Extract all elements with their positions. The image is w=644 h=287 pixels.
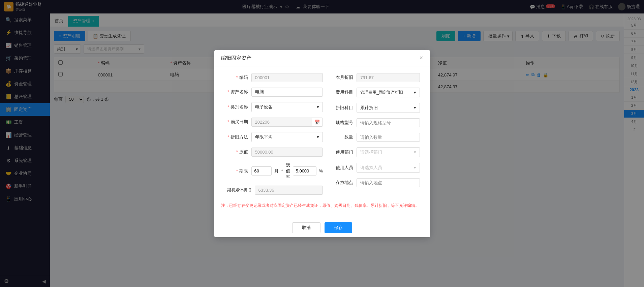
code-input[interactable] — [251, 73, 323, 82]
user-chevron-icon: ▾ — [414, 165, 416, 170]
form-label-purchase-date: * 购买日期 — [224, 119, 251, 125]
residual-rate-input[interactable] — [293, 166, 316, 176]
form-item-expense-subject: 费用科目 管理费用_固定资产折旧 ▾ — [326, 88, 423, 97]
form-control-spec — [357, 118, 420, 127]
monthly-dep-input[interactable] — [357, 73, 420, 82]
modal-close-btn[interactable]: × — [420, 55, 423, 61]
period-input[interactable] — [251, 166, 272, 176]
category-dropdown[interactable]: 电子设备 ▾ — [251, 102, 323, 112]
form-control-code — [251, 73, 323, 82]
form-item-purchase-date: * 购买日期 📅 — [221, 118, 327, 127]
form-item-name: * 资产名称 — [221, 88, 327, 97]
form-control-dep-method: 年限平均 ▾ — [251, 132, 323, 142]
dep-method-dropdown[interactable]: 年限平均 ▾ — [251, 132, 323, 142]
form-control-purchase-date: 📅 — [251, 118, 323, 127]
modal-body: * 编码 * 资产名称 — [214, 66, 430, 218]
modal-note: 注：已经存在变更记录或者对应固定资产已经生成凭证，原值、购买日期、残值率、累计折… — [221, 200, 423, 211]
form-label-department: 使用部门 — [330, 149, 357, 155]
form-item-dep-subject: 折旧科目 累计折旧 ▾ — [326, 103, 423, 113]
form-label-expense: 费用科目 — [330, 89, 357, 95]
form-control-department: 请选择部门 ▾ — [357, 147, 420, 157]
form-label-category: * 类别名称 — [224, 104, 251, 110]
form-control-category: 电子设备 ▾ — [251, 102, 323, 112]
user-dropdown[interactable]: 请选择人员 ▾ — [357, 163, 420, 173]
form-label-initial-dep: 期初累计折旧 — [224, 187, 255, 193]
calendar-icon[interactable]: 📅 — [312, 120, 323, 125]
form-control-period: 月 * 残值率 % — [251, 162, 323, 180]
form-item-period: * 期限 月 * 残值率 % — [221, 162, 327, 180]
original-value-input[interactable] — [251, 148, 323, 157]
form-label-code: * 编码 — [224, 74, 251, 81]
form-control-location — [357, 178, 420, 187]
form-control-expense: 管理费用_固定资产折旧 ▾ — [357, 88, 420, 97]
period-unit: 月 — [274, 168, 279, 174]
edit-fixed-asset-modal: 编辑固定资产 × * 编码 — [214, 50, 430, 237]
form-item-location: 存放地点 — [326, 178, 423, 187]
name-input[interactable] — [251, 88, 323, 97]
form-item-department: 使用部门 请选择部门 ▾ — [326, 147, 423, 157]
modal-footer: 取消 保存 — [214, 218, 430, 237]
save-button[interactable]: 保存 — [325, 222, 352, 233]
form-grid: * 编码 * 资产名称 — [221, 73, 423, 200]
dept-chevron-icon: ▾ — [414, 150, 416, 155]
form-label-user: 使用人员 — [330, 165, 357, 171]
expense-subject-dropdown[interactable]: 管理费用_固定资产折旧 ▾ — [357, 88, 420, 97]
form-item-monthly-dep: 本月折旧 — [326, 73, 423, 82]
form-label-dep-subject: 折旧科目 — [330, 105, 357, 111]
dep-subject-dropdown[interactable]: 累计折旧 ▾ — [357, 103, 420, 113]
category-chevron-icon: ▾ — [317, 104, 319, 109]
purchase-date-input[interactable] — [252, 118, 312, 126]
form-item-user: 使用人员 请选择人员 ▾ — [326, 163, 423, 173]
modal-overlay: 编辑固定资产 × * 编码 — [0, 0, 644, 287]
quantity-input[interactable] — [357, 133, 420, 142]
form-control-monthly-dep — [357, 73, 420, 82]
initial-dep-input[interactable] — [255, 186, 323, 195]
dep-method-chevron-icon: ▾ — [317, 134, 319, 139]
form-item-code: * 编码 — [221, 73, 327, 82]
form-label-period: * 期限 — [224, 168, 251, 174]
form-control-user: 请选择人员 ▾ — [357, 163, 420, 173]
form-label-location: 存放地点 — [330, 180, 357, 186]
form-item-initial-dep: 期初累计折旧 — [221, 186, 327, 195]
form-label-original: * 原值 — [224, 149, 251, 155]
form-label-monthly-dep: 本月折旧 — [330, 74, 357, 81]
form-left-col: * 编码 * 资产名称 — [221, 73, 327, 200]
form-right-col: 本月折旧 费用科目 管理费用_固定资产折旧 — [326, 73, 423, 200]
form-item-depreciation-method: * 折旧方法 年限平均 ▾ — [221, 132, 327, 142]
form-item-spec: 规格型号 — [326, 118, 423, 127]
period-row: 月 * 残值率 % — [251, 162, 323, 180]
residual-rate-unit: % — [319, 168, 323, 173]
form-control-initial-dep — [255, 186, 323, 195]
form-control-quantity — [357, 133, 420, 142]
expense-chevron-icon: ▾ — [414, 90, 416, 95]
form-control-dep-subject: 累计折旧 ▾ — [357, 103, 420, 113]
modal-header: 编辑固定资产 × — [214, 50, 430, 66]
form-control-name — [251, 88, 323, 97]
form-item-category: * 类别名称 电子设备 ▾ — [221, 102, 327, 112]
form-item-quantity: 数量 — [326, 133, 423, 142]
department-dropdown[interactable]: 请选择部门 ▾ — [357, 147, 420, 157]
cancel-button[interactable]: 取消 — [292, 222, 320, 233]
form-label-spec: 规格型号 — [330, 120, 357, 126]
form-label-quantity: 数量 — [330, 134, 357, 140]
dep-subject-chevron-icon: ▾ — [414, 105, 416, 110]
form-label-dep-method: * 折旧方法 — [224, 134, 251, 140]
residual-rate-label: 残值率 — [286, 162, 290, 180]
modal-title: 编辑固定资产 — [221, 55, 251, 61]
spec-input[interactable] — [357, 118, 420, 127]
form-label-name: * 资产名称 — [224, 89, 251, 95]
location-input[interactable] — [357, 178, 420, 187]
form-item-original-value: * 原值 — [221, 148, 327, 157]
form-control-original — [251, 148, 323, 157]
